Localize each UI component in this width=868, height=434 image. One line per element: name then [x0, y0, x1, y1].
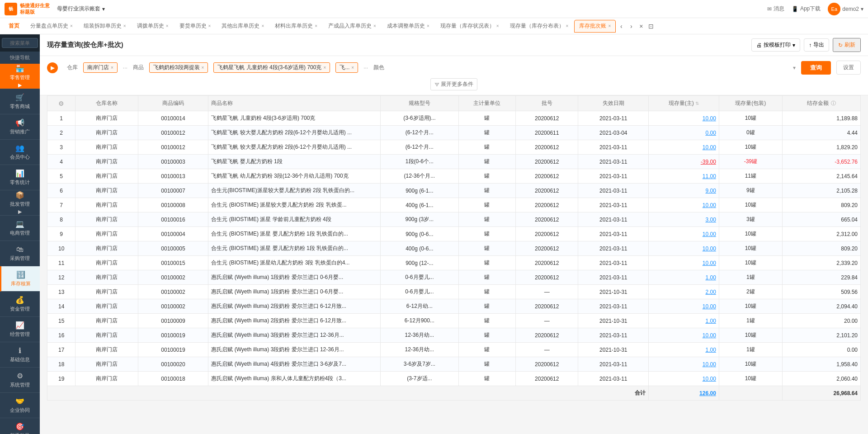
system-icon: ⚙ — [17, 372, 23, 380]
sidebar-item-operations[interactable]: 📈 经营管理 — [0, 317, 40, 342]
tab-menu[interactable]: ⊡ — [646, 22, 656, 31]
tab-8[interactable]: 成本调整单历史 × — [382, 20, 434, 33]
row-qty[interactable]: 1.00 — [649, 343, 719, 357]
tab-close-icon[interactable]: × — [208, 24, 211, 28]
sidebar-item-purchase[interactable]: 🛍 采购管理 — [0, 241, 40, 266]
goods-tag-1-close[interactable]: × — [202, 65, 204, 70]
row-qty[interactable]: 10.00 — [649, 372, 719, 386]
row-qty[interactable]: 10.00 — [649, 256, 719, 270]
tab-4[interactable]: 要货单历史 × — [175, 20, 216, 33]
sidebar-item-finance[interactable]: 💰 资金管理 — [0, 292, 40, 317]
row-warehouse: 南岸门店 — [75, 212, 138, 227]
row-qty[interactable]: 10.00 — [649, 198, 719, 212]
row-qty[interactable]: 0.00 — [649, 126, 719, 140]
message-btn[interactable]: ✉ 消息 — [767, 5, 784, 13]
user-area[interactable]: Ea demo2 ▾ — [828, 3, 863, 15]
print-icon: 🖨 — [756, 42, 762, 48]
row-qty[interactable]: 1.00 — [649, 270, 719, 285]
tab-nav-prev[interactable]: ‹ — [617, 22, 626, 31]
row-qty[interactable]: 11.00 — [649, 169, 719, 184]
sort-icon[interactable]: ⇅ — [695, 101, 699, 106]
print-btn[interactable]: 🖨 按模板打印 ▾ — [751, 38, 800, 52]
row-qty-pack: 10罐 — [719, 227, 782, 241]
tab-close-icon[interactable]: × — [123, 24, 126, 28]
row-qty[interactable]: 10.00 — [649, 227, 719, 241]
row-qty[interactable]: 10.00 — [649, 140, 719, 155]
tab-9[interactable]: 现存量（库存状况表） × — [435, 20, 504, 33]
row-num: 18 — [47, 357, 75, 372]
logo-symbol: 畅 — [9, 6, 13, 12]
tab-11[interactable]: 库存批次账 × — [574, 20, 616, 33]
row-qty[interactable]: 10.00 — [649, 241, 719, 256]
sidebar-item-enterprise[interactable]: 🤝 企业协同 — [0, 393, 40, 418]
sidebar-item-label: 电商管理 — [10, 230, 30, 236]
sidebar-item-basic-info[interactable]: ℹ 基础信息 — [0, 342, 40, 368]
row-qty[interactable]: 10.00 — [649, 328, 719, 343]
tab-home[interactable]: 首页 — [4, 20, 24, 33]
app-download-btn[interactable]: 📱 App下载 — [792, 5, 821, 13]
tab-close-icon[interactable]: × — [70, 24, 73, 28]
tab-close-all[interactable]: × — [637, 22, 646, 31]
row-warehouse: 南岸门店 — [75, 314, 138, 328]
row-spec: (6-12个月... — [380, 140, 458, 155]
header-right: ✉ 消息 📱 App下载 Ea demo2 ▾ — [767, 3, 863, 15]
sidebar-item-retail-stats[interactable]: 📊 零售统计 — [0, 165, 40, 190]
query-btn[interactable]: 查询 — [801, 61, 831, 75]
tab-close-icon[interactable]: × — [427, 24, 429, 28]
row-qty[interactable]: 2.00 — [649, 285, 719, 299]
color-dropdown-icon[interactable]: ▾ — [793, 65, 796, 71]
tab-6[interactable]: 材料出库单历史 × — [270, 20, 322, 33]
tab-3[interactable]: 调拨单历史 × — [132, 20, 174, 33]
filter-expand-toggle[interactable]: ▶ — [47, 62, 58, 73]
expand-more-btn[interactable]: ⩔ 展开更多条件 — [430, 78, 477, 90]
sidebar-item-label: 经营管理 — [10, 331, 30, 338]
goods-tag-2-close[interactable]: × — [323, 65, 326, 70]
export-btn[interactable]: ↑ 导出 — [804, 38, 829, 52]
row-qty[interactable]: 10.00 — [649, 357, 719, 372]
row-qty[interactable]: 9.00 — [649, 184, 719, 198]
table-row: 2 南岸门店 00100012 飞鹤星飞帆 较大婴儿配方奶粉 2段(6-12个月… — [47, 126, 861, 140]
sidebar-item-system[interactable]: ⚙ 系统管理 — [0, 368, 40, 393]
row-qty[interactable]: 10.00 — [649, 299, 719, 314]
tab-close-icon[interactable]: × — [496, 24, 499, 28]
warehouse-more-btn[interactable]: ··· — [123, 65, 127, 71]
sidebar-item-guide[interactable]: 🎯 新手引导 — [0, 418, 40, 434]
row-amount: 4.44 — [782, 126, 860, 140]
sidebar-item-member[interactable]: 👥 会员中心 — [0, 140, 40, 165]
sidebar-item-marketing[interactable]: 📢 营销推广 — [0, 114, 40, 140]
workspace-selector[interactable]: 母婴行业演示账套 ▾ — [57, 5, 105, 13]
tab-close-icon[interactable]: × — [608, 24, 611, 28]
row-qty[interactable]: 1.00 — [649, 314, 719, 328]
footer-total-qty[interactable]: 126.00 — [649, 386, 719, 401]
tab-10[interactable]: 现存量（库存分布表） × — [505, 20, 574, 33]
refresh-btn[interactable]: ↻ 刷新 — [833, 38, 861, 52]
sidebar-item-retail-mgmt[interactable]: 🏪 零售管理 ▶ — [0, 64, 40, 89]
tab-close-icon[interactable]: × — [261, 24, 264, 28]
sidebar-item-retail-mall[interactable]: 🛒 零售商城 — [0, 89, 40, 114]
sidebar-item-wholesale[interactable]: 📦 批发管理 ▶ — [0, 190, 40, 216]
tab-5[interactable]: 其他出库单历史 × — [217, 20, 269, 33]
info-icon[interactable]: ⓘ — [831, 100, 836, 106]
sidebar-item-ecommerce[interactable]: 💻 电商管理 — [0, 216, 40, 241]
sidebar-item-inventory[interactable]: 🔢 库存核算 — [0, 266, 40, 292]
setting-btn[interactable]: 设置 — [836, 61, 861, 75]
tab-close-icon[interactable]: × — [373, 24, 376, 28]
tab-close-icon[interactable]: × — [166, 24, 169, 28]
tab-7[interactable]: 产成品入库单历史 × — [323, 20, 381, 33]
row-name: 合生元 (BIOSTIME) 派星 婴儿配方奶粉 1段 乳铁蛋白的... — [208, 241, 381, 256]
search-input[interactable] — [2, 38, 38, 48]
row-qty[interactable]: 10.00 — [649, 111, 719, 126]
row-qty[interactable]: -39.00 — [649, 155, 719, 169]
row-qty[interactable]: 3.00 — [649, 212, 719, 227]
goods-tag-3-close[interactable]: × — [351, 65, 354, 70]
tab-close-icon[interactable]: × — [315, 24, 317, 28]
settings-icon[interactable]: ⚙ — [58, 100, 64, 107]
tab-close-icon[interactable]: × — [566, 24, 569, 28]
warehouse-tag-close[interactable]: × — [111, 65, 113, 70]
inventory-icon: 🔢 — [16, 270, 25, 279]
row-qty-pack: 10罐 — [719, 256, 782, 270]
tab-1[interactable]: 分量盘点单历史 × — [25, 20, 78, 33]
tab-nav-next[interactable]: › — [627, 22, 636, 31]
tab-2[interactable]: 组装拆卸单历史 × — [79, 20, 131, 33]
goods-more-btn[interactable]: ··· — [363, 65, 368, 71]
